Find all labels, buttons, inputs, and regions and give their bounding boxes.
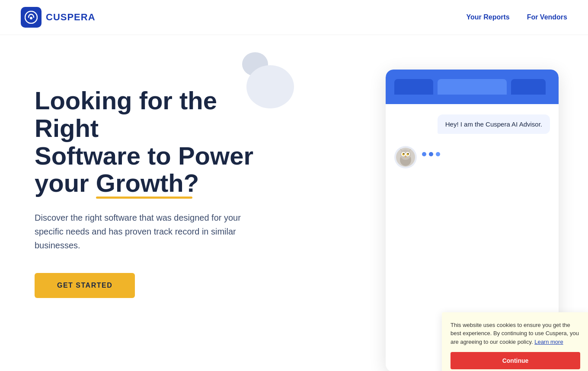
ai-message: Hey! I am the Cuspera AI Advisor. bbox=[438, 114, 550, 134]
hero-left: Looking for the Right Software to Power … bbox=[35, 61, 268, 298]
hero-right: Hey! I am the Cuspera AI Advisor. bbox=[386, 70, 567, 371]
dot-2 bbox=[429, 152, 433, 156]
hero-section: Looking for the Right Software to Power … bbox=[0, 35, 588, 371]
chat-header-tab-3 bbox=[511, 79, 546, 95]
chat-header-tab-1 bbox=[394, 79, 433, 95]
dot-3 bbox=[436, 152, 440, 156]
get-started-button[interactable]: GET STARTED bbox=[35, 273, 135, 298]
chat-header-tab-2 bbox=[438, 79, 507, 95]
dot-1 bbox=[422, 152, 426, 156]
cookie-learn-more-link[interactable]: Learn more bbox=[534, 339, 563, 345]
cookie-continue-button[interactable]: Continue bbox=[451, 352, 580, 369]
bot-row bbox=[394, 143, 550, 168]
chat-body: Hey! I am the Cuspera AI Advisor. bbox=[386, 104, 559, 179]
cookie-message: This website uses cookies to ensure you … bbox=[451, 321, 580, 346]
cookie-banner: This website uses cookies to ensure you … bbox=[442, 312, 588, 371]
hero-title: Looking for the Right Software to Power … bbox=[35, 87, 268, 197]
hero-subtitle: Discover the right software that was des… bbox=[35, 211, 242, 252]
bot-avatar bbox=[394, 146, 417, 168]
blob-small bbox=[242, 52, 268, 76]
logo-area[interactable]: CUSPERA bbox=[21, 7, 96, 28]
hero-title-highlight: Growth bbox=[96, 169, 184, 197]
typing-dots bbox=[422, 146, 440, 156]
logo-icon bbox=[21, 7, 42, 28]
nav-for-vendors[interactable]: For Vendors bbox=[527, 13, 567, 21]
nav-links: Your Reports For Vendors bbox=[466, 13, 567, 21]
svg-point-1 bbox=[30, 17, 32, 19]
svg-point-9 bbox=[403, 153, 405, 155]
navbar: CUSPERA Your Reports For Vendors bbox=[0, 0, 588, 35]
svg-point-10 bbox=[408, 153, 409, 155]
chat-header bbox=[386, 70, 559, 104]
nav-your-reports[interactable]: Your Reports bbox=[466, 13, 509, 21]
brand-name: CUSPERA bbox=[46, 12, 96, 23]
